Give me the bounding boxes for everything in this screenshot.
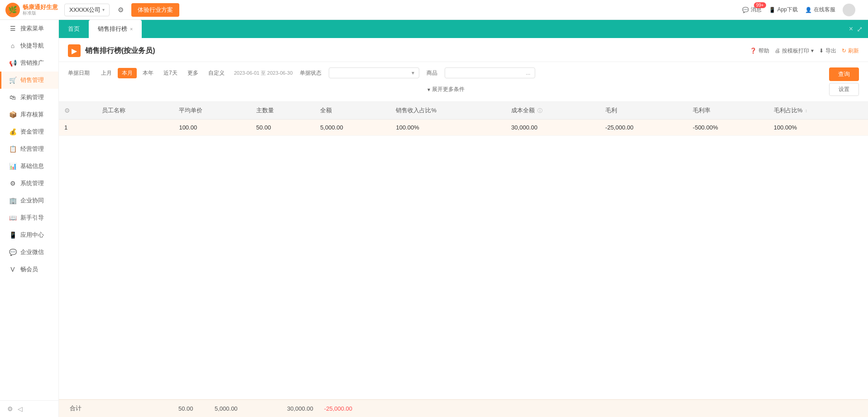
date-tab-last-month[interactable]: 上月 [97,68,116,78]
tab-close-icon[interactable]: × [130,26,133,32]
message-button[interactable]: 💬 消息 99+ [742,6,762,14]
window-close-icon[interactable]: × [849,25,853,33]
finance-icon: 💰 [9,128,17,135]
expand-filters-button[interactable]: ▾ 展开更多条件 [427,86,465,93]
sidebar-item-guide[interactable]: 📖 新手引导 [0,209,58,226]
content-area: 首页 销售排行榜 × × ⤢ ▶ 销售排行榜(按业务员) [59,20,868,417]
cell-profit: -25,000.00 [600,120,687,136]
date-tab-7days[interactable]: 近7天 [159,68,182,78]
sidebar-item-label: 快捷导航 [20,42,44,50]
print-dropdown-icon[interactable]: ▾ [811,48,814,54]
cell-employee [96,120,173,136]
footer-amount: 5,000.00 [209,405,245,412]
filter-main: 单据日期 上月 本月 本年 近7天 更多 自定义 2023-06-01 至 20… [68,67,859,96]
cell-profit-rate: -500.00% [687,120,768,136]
page-title: 销售排行榜(按业务员) [85,46,155,56]
sidebar-item-system[interactable]: ⚙ 系统管理 [0,175,58,192]
search-icon: ☰ [9,25,17,32]
sidebar-item-label: 新手引导 [20,214,44,222]
goods-more-icon[interactable]: ... [526,70,530,76]
sidebar-item-quick-nav[interactable]: ⌂ 快捷导航 [0,37,58,54]
sidebar-item-label: 系统管理 [20,179,44,187]
print-label: 按模板打印 [782,47,809,55]
goods-select[interactable]: ... [445,67,535,78]
chevron-down-icon: ▾ [102,7,105,12]
print-button[interactable]: 🖨 按模板打印 ▾ [775,47,814,55]
cost-info-icon[interactable]: ⓘ [537,108,542,113]
col-sales-pct: 销售收入占比% [390,102,506,120]
status-select[interactable]: ▾ [329,67,419,78]
col-profit-pct: 毛利占比% ↕ [768,102,868,120]
logo-sub: 标准版 [23,10,58,16]
logo-icon: 🌿 [5,3,20,17]
data-table: ⚙ 员工名称 平均单价 主数量 全额 销售收入占比% 成本全额 ⓘ [59,102,868,136]
footer-profit: -25,000.00 [319,405,358,412]
query-area: 查询 设置 [829,67,859,96]
date-filter-label: 单据日期 [68,69,90,77]
company-selector[interactable]: XXXXX公司 ▾ [64,4,110,16]
help-button[interactable]: ❓ 帮助 [750,47,769,55]
service-label: 在线客服 [814,6,835,14]
window-expand-icon[interactable]: ⤢ [857,25,863,34]
profit-pct-sort-icon[interactable]: ↕ [805,108,807,113]
settings-icon[interactable]: ⚙ [114,4,127,16]
sales-icon: 🛒 [9,77,17,84]
date-tab-this-year[interactable]: 本年 [139,68,158,78]
col-profit-rate: 毛利率 [687,102,768,120]
sidebar-item-label: 基础信息 [20,162,44,170]
sidebar-item-purchase[interactable]: 🛍 采购管理 [0,89,58,106]
sidebar-item-operations[interactable]: 📋 经营管理 [0,140,58,158]
query-button[interactable]: 查询 [829,67,859,81]
footer-label: 合计 [64,404,137,412]
cell-profit-pct: 100.00% [768,120,868,136]
sidebar-item-enterprise[interactable]: 🏢 企业协同 [0,192,58,209]
refresh-button[interactable]: ↻ 刷新 [842,47,859,55]
sidebar-item-marketing[interactable]: 📢 营销推广 [0,54,58,72]
date-tab-more[interactable]: 更多 [183,68,202,78]
sidebar-item-sales[interactable]: 🛒 销售管理 [0,72,58,89]
column-settings-icon[interactable]: ⚙ [64,107,70,114]
sidebar-item-member[interactable]: V 畅会员 [0,261,58,278]
sidebar-item-inventory[interactable]: 📦 库存核算 [0,106,58,123]
tab-bar-right: × ⤢ [844,25,868,34]
sidebar-item-finance[interactable]: 💰 资金管理 [0,123,58,140]
filter-bar: 单据日期 上月 本月 本年 近7天 更多 自定义 2023-06-01 至 20… [59,62,868,102]
avatar[interactable] [843,4,855,16]
guide-icon: 📖 [9,214,17,221]
sidebar-item-label: 经营管理 [20,145,44,153]
export-button[interactable]: ⬇ 导出 [819,47,836,55]
date-tab-this-month[interactable]: 本月 [118,68,137,78]
col-employee: 员工名称 [96,102,173,120]
bottom-settings-icon[interactable]: ⚙ [7,405,13,412]
top-right-area: 💬 消息 99+ 📱 App下载 👤 在线客服 [742,4,863,16]
col-avg-price: 平均单价 [173,102,250,120]
help-icon: ❓ [750,48,757,54]
sidebar-item-label: 营销推广 [20,59,44,67]
sidebar-item-search-order[interactable]: ☰ 搜索菜单 [0,20,58,37]
col-settings[interactable]: ⚙ [59,102,96,120]
col-main-qty: 主数量 [251,102,315,120]
tab-home-label: 首页 [68,25,80,33]
back-button[interactable]: ▶ [68,44,81,57]
date-tab-custom[interactable]: 自定义 [204,68,229,78]
trial-button[interactable]: 体验行业方案 [131,3,179,17]
app-label: App下载 [777,6,798,14]
sidebar-item-basic-info[interactable]: 📊 基础信息 [0,158,58,175]
settings-button[interactable]: 设置 [829,83,859,96]
online-service-button[interactable]: 👤 在线客服 [805,6,835,14]
app-download-button[interactable]: 📱 App下载 [769,6,798,14]
date-tabs: 上月 本月 本年 近7天 更多 自定义 2023-06-01 至 2023-06… [97,68,293,78]
footer-cost: 30,000.00 [282,405,319,412]
tab-home[interactable]: 首页 [59,20,89,38]
status-dropdown-icon: ▾ [412,70,414,76]
filter-inputs: 单据日期 上月 本月 本年 近7天 更多 自定义 2023-06-01 至 20… [68,67,824,93]
table-row[interactable]: 1100.0050.005,000.00100.00%30,000.00-25,… [59,120,868,136]
collapse-icon[interactable]: ◁ [18,405,23,412]
main-area: ☰ 搜索菜单 ⌂ 快捷导航 📢 营销推广 🛒 销售管理 🛍 采购管理 📦 库 [0,20,868,417]
tab-sales-rank[interactable]: 销售排行榜 × [89,20,142,38]
system-icon: ⚙ [9,180,17,187]
sidebar-item-label: 采购管理 [20,93,44,101]
sidebar-item-app-center[interactable]: 📱 应用中心 [0,226,58,244]
sidebar-item-wechat[interactable]: 💬 企业微信 [0,244,58,261]
app-icon: 📱 [769,7,776,13]
